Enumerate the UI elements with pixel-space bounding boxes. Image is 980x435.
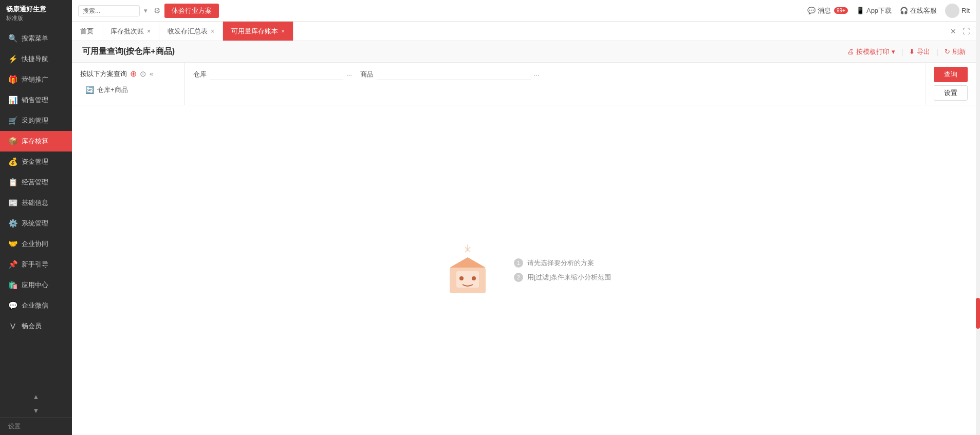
goods-more-icon[interactable]: ··· [534, 71, 540, 79]
svg-marker-1 [450, 257, 486, 268]
finance-icon: 💰 [8, 157, 17, 166]
refresh-icon: ↻ [945, 48, 950, 55]
refresh-btn[interactable]: ↻ 刷新 [945, 47, 966, 56]
sidebar-item-operation[interactable]: 📋 经营管理 [0, 172, 72, 193]
svg-point-4 [472, 276, 476, 280]
operation-icon: 📋 [8, 178, 17, 187]
sidebar-item-sales[interactable]: 📊 销售管理 [0, 90, 72, 110]
sidebar-item-system[interactable]: ⚙️ 系统管理 [0, 213, 72, 234]
sidebar-header: 畅康通好生意 标准版 [0, 0, 72, 28]
sidebar-item-finance[interactable]: 💰 资金管理 [0, 152, 72, 172]
sidebar-item-enterprise[interactable]: 🤝 企业协同 [0, 234, 72, 254]
app-center-icon: 🛍️ [8, 280, 17, 290]
content-area: 1 请先选择要分析的方案 2 用[过滤]条件来缩小分析范围 [72, 105, 976, 435]
filter-field-goods: 商品 ··· [360, 69, 540, 80]
divider-2: | [936, 48, 938, 56]
settings-scheme-icon[interactable]: ⊙ [140, 69, 146, 79]
sidebar-item-inventory[interactable]: 📦 库存核算 [0, 131, 72, 152]
export-btn[interactable]: ⬇ 导出 [909, 47, 930, 56]
inventory-icon: 📦 [8, 137, 17, 146]
industry-btn[interactable]: 体验行业方案 [164, 4, 219, 18]
empty-illustration [437, 239, 498, 301]
filter-scheme-header: 按以下方案查询 ⊕ ⊙ « [80, 69, 176, 79]
empty-state: 1 请先选择要分析的方案 2 用[过滤]条件来缩小分析范围 [437, 239, 611, 301]
right-edge-scrollbar [976, 0, 980, 435]
purchase-icon: 🛒 [8, 116, 17, 125]
hint-num-1: 1 [514, 258, 523, 268]
warehouse-more-icon[interactable]: ··· [346, 71, 352, 79]
warehouse-input[interactable] [210, 69, 343, 80]
scheme-warehouse-goods[interactable]: 🔄 仓库+商品 [80, 83, 176, 97]
collapse-icon[interactable]: « [150, 70, 153, 78]
sales-icon: 📊 [8, 96, 17, 105]
tab-close-batch-account[interactable]: × [147, 28, 151, 35]
query-button[interactable]: 查询 [934, 67, 968, 82]
tabs-bar: 首页 库存批次账 × 收发存汇总表 × 可用量库存账本 × ✕ ⛶ [72, 22, 976, 41]
sidebar-item-app-center[interactable]: 🛍️ 应用中心 [0, 275, 72, 295]
enterprise-icon: 🤝 [8, 239, 17, 249]
message-badge: 99+ [834, 7, 848, 14]
sidebar-item-quick-nav[interactable]: ⚡ 快捷导航 [0, 49, 72, 69]
basic-icon: 📰 [8, 198, 17, 207]
export-icon: ⬇ [909, 48, 915, 55]
topbar-app-download[interactable]: 📱 App下载 [856, 6, 892, 15]
sidebar-scroll-up[interactable]: ▲ [0, 390, 72, 404]
newbie-icon: 📌 [8, 260, 17, 269]
tabs-window-controls: ✕ ⛶ [948, 25, 976, 37]
topbar-gear-icon[interactable]: ⚙ [154, 6, 160, 15]
topbar-dropdown-icon[interactable]: ▾ [142, 5, 150, 16]
page-header: 可用量查询(按仓库+商品) 🖨 按模板打印 ▾ | ⬇ 导出 | ↻ 刷新 [72, 41, 976, 63]
tab-close-window-icon[interactable]: ✕ [948, 25, 958, 37]
tab-close-inventory-summary[interactable]: × [211, 28, 214, 35]
topbar-online-service[interactable]: 🎧 在线客服 [900, 6, 937, 15]
sidebar-item-marketing[interactable]: 🎁 营销推广 [0, 69, 72, 90]
sidebar-nav: 🔍 搜索菜单 ⚡ 快捷导航 🎁 营销推广 📊 销售管理 🛒 采购管理 📦 库存核… [0, 28, 72, 390]
svg-point-3 [459, 276, 464, 280]
avatar [945, 4, 959, 18]
goods-input[interactable] [377, 69, 531, 80]
sidebar-item-search[interactable]: 🔍 搜索菜单 [0, 28, 72, 49]
sidebar-item-newbie[interactable]: 📌 新手引导 [0, 254, 72, 275]
print-dropdown-icon[interactable]: ▾ [892, 48, 895, 55]
sidebar-item-purchase[interactable]: 🛒 采购管理 [0, 110, 72, 131]
sidebar-item-corp-wechat[interactable]: 💬 企业微信 [0, 295, 72, 316]
settings-button[interactable]: 设置 [934, 85, 968, 101]
tab-inventory-summary[interactable]: 收发存汇总表 × [159, 22, 223, 41]
quick-nav-icon: ⚡ [8, 54, 17, 64]
tab-batch-account[interactable]: 库存批次账 × [102, 22, 159, 41]
topbar: ▾ ⚙ 体验行业方案 💬 消息 99+ 📱 App下载 🎧 在线客服 Rit [72, 0, 976, 22]
search-icon: 🔍 [8, 34, 17, 43]
app-download-icon: 📱 [856, 7, 864, 14]
page-header-actions: 🖨 按模板打印 ▾ | ⬇ 导出 | ↻ 刷新 [847, 47, 966, 56]
sidebar-item-member[interactable]: V 畅会员 [0, 316, 72, 336]
sidebar-item-basic[interactable]: 📰 基础信息 [0, 193, 72, 213]
system-icon: ⚙️ [8, 219, 17, 228]
main-area: ▾ ⚙ 体验行业方案 💬 消息 99+ 📱 App下载 🎧 在线客服 Rit [72, 0, 976, 435]
tab-close-available-ledger[interactable]: × [281, 28, 285, 35]
sidebar-scroll-down[interactable]: ▼ [0, 404, 72, 418]
add-scheme-icon[interactable]: ⊕ [130, 69, 137, 79]
online-service-icon: 🎧 [900, 7, 908, 14]
filter-row: 仓库 ··· 商品 ··· [193, 69, 917, 80]
topbar-user[interactable]: Rit [945, 4, 970, 18]
hint-num-2: 2 [514, 273, 523, 282]
sidebar-footer-settings[interactable]: 设置 [0, 418, 72, 435]
hint-1: 1 请先选择要分析的方案 [514, 258, 611, 268]
topbar-right: 💬 消息 99+ 📱 App下载 🎧 在线客服 Rit [807, 4, 970, 18]
print-btn[interactable]: 🖨 按模板打印 ▾ [847, 47, 895, 56]
divider-1: | [901, 48, 903, 56]
filter-field-warehouse: 仓库 ··· [193, 69, 352, 80]
sidebar: 畅康通好生意 标准版 🔍 搜索菜单 ⚡ 快捷导航 🎁 营销推广 📊 销售管理 🛒… [0, 0, 72, 435]
member-icon: V [8, 321, 17, 330]
topbar-search-area: ▾ [78, 5, 150, 16]
empty-hints: 1 请先选择要分析的方案 2 用[过滤]条件来缩小分析范围 [514, 258, 611, 282]
print-icon: 🖨 [847, 48, 854, 55]
topbar-search-input[interactable] [78, 5, 140, 16]
tab-expand-icon[interactable]: ⛶ [960, 25, 972, 37]
right-edge-handle[interactable] [976, 298, 980, 329]
tab-home[interactable]: 首页 [72, 22, 102, 41]
hint-2: 2 用[过滤]条件来缩小分析范围 [514, 273, 611, 282]
app-logo: 畅康通好生意 标准版 [6, 5, 66, 23]
tab-available-ledger[interactable]: 可用量库存账本 × [223, 22, 293, 41]
topbar-message[interactable]: 💬 消息 99+ [807, 6, 848, 15]
